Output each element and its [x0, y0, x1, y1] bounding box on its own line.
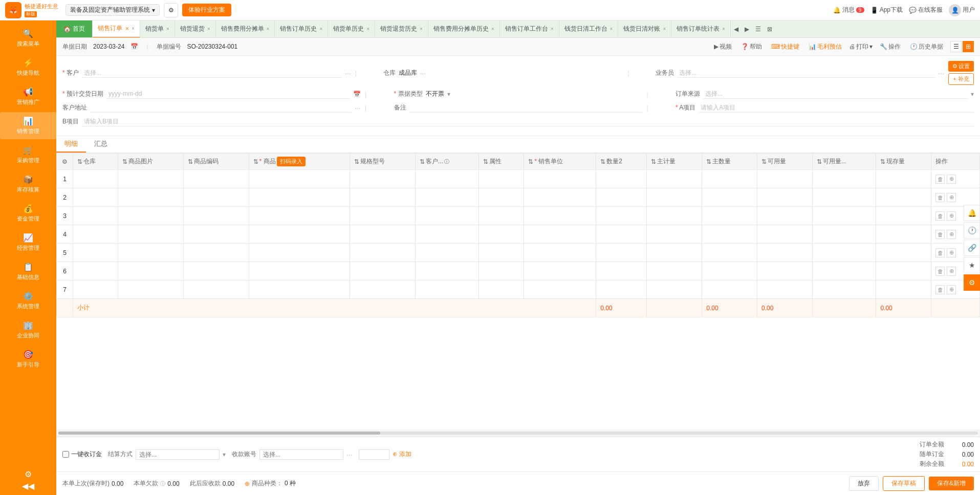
cell-available-qty-2[interactable]: [757, 188, 813, 207]
discard-button[interactable]: 放弃: [849, 476, 879, 491]
cell-available-more-1[interactable]: [812, 170, 876, 188]
shortcuts-button[interactable]: ⌨ 快捷键: [769, 41, 801, 52]
view-video-button[interactable]: ▶ 视频: [712, 41, 734, 52]
sidebar-item-guide[interactable]: 🎯 新手引导: [0, 346, 56, 373]
cell-product-code-1[interactable]: [183, 170, 249, 188]
address-more-icon[interactable]: ···: [355, 104, 361, 112]
cell-attribute-1[interactable]: [479, 170, 524, 188]
add-deposit-button[interactable]: ⊕ 添加: [393, 450, 411, 459]
help-button[interactable]: ❓ 帮助: [739, 41, 764, 52]
history-button[interactable]: 🕐 历史单据: [908, 41, 945, 52]
deposit-amount-input[interactable]: 0.00: [359, 449, 389, 460]
goods-count-icon[interactable]: ⊕: [245, 480, 250, 487]
tab-close-sales-stats[interactable]: ×: [722, 26, 725, 32]
sidebar-item-inventory[interactable]: 📦 库存核算: [0, 170, 56, 198]
th-gear[interactable]: ⚙: [57, 154, 73, 170]
row-copy-6[interactable]: ⊕: [947, 267, 956, 276]
float-star-button[interactable]: ★: [964, 257, 980, 273]
float-bell-button[interactable]: 🔔: [964, 205, 980, 221]
calendar-icon[interactable]: 📅: [130, 43, 138, 50]
row-copy-2[interactable]: ⊕: [947, 193, 956, 202]
add-column-button[interactable]: + 补充: [948, 73, 974, 85]
b-project-input[interactable]: [82, 117, 974, 126]
tab-credit-daily-clear[interactable]: 钱货日清工作台 ×: [559, 20, 619, 38]
tab-sales-order[interactable]: 销售订单 × ×: [93, 20, 140, 38]
tab-close-credit-reconcile[interactable]: ×: [663, 26, 666, 32]
print-button[interactable]: 🖨 打印 ▾: [849, 42, 873, 51]
customer-input[interactable]: [82, 68, 342, 78]
ticket-type-arrow-icon[interactable]: ▾: [447, 91, 450, 98]
sidebar-collapse-icon[interactable]: ◀◀: [22, 481, 34, 491]
tab-sales-refund-history[interactable]: 销货退货历史 ×: [375, 20, 428, 38]
tab-sales-fee-split[interactable]: 销售费用分摊单 ×: [216, 20, 275, 38]
remark-input[interactable]: [409, 103, 643, 113]
cell-product-image-2[interactable]: [118, 188, 183, 207]
tab-sales-refund[interactable]: 销货退货 ×: [175, 20, 216, 38]
tab-detail[interactable]: 明细: [56, 136, 86, 153]
operations-button[interactable]: 🔧 操作: [878, 41, 903, 52]
delivery-date-input[interactable]: [106, 89, 350, 99]
float-clock-button[interactable]: 🕐: [964, 222, 980, 239]
tab-sales-stats[interactable]: 销售订单统计表 ×: [671, 20, 731, 38]
tab-close-all-button[interactable]: ⊠: [764, 20, 775, 38]
sidebar-item-marketing[interactable]: 📢 营销推广: [0, 83, 56, 110]
tab-close-workbench[interactable]: ×: [551, 26, 554, 32]
sidebar-item-enterprise[interactable]: 🏢 企业协同: [0, 316, 56, 343]
tab-close-sales-invoice[interactable]: ×: [166, 26, 169, 32]
a-project-input[interactable]: [699, 103, 974, 113]
row-delete-1[interactable]: 🗑: [935, 175, 945, 184]
scan-entry-button[interactable]: 扫码录入: [277, 157, 306, 166]
cell-current-qty-2[interactable]: [876, 188, 931, 207]
row-copy-4[interactable]: ⊕: [947, 230, 956, 239]
cell-quantity2-2[interactable]: [596, 188, 647, 207]
row-delete-2[interactable]: 🗑: [935, 193, 945, 202]
cell-quantity2-1[interactable]: [596, 170, 647, 188]
settings-orange-button[interactable]: ⚙ 设置: [948, 61, 974, 72]
cell-sales-unit-2[interactable]: [524, 188, 596, 207]
row-copy-3[interactable]: ⊕: [947, 211, 956, 221]
cell-spec-1[interactable]: [350, 170, 416, 188]
solution-button[interactable]: 体验行业方案: [182, 4, 231, 16]
messages-button[interactable]: 🔔 消息 9: [833, 6, 864, 14]
cell-warehouse-1[interactable]: [73, 170, 118, 188]
payment-method-select[interactable]: [136, 449, 220, 460]
row-delete-4[interactable]: 🗑: [935, 230, 945, 239]
cell-main-unit-1[interactable]: [647, 170, 702, 188]
row-delete-5[interactable]: 🗑: [935, 248, 945, 257]
tab-close-fee-split[interactable]: ×: [267, 26, 270, 32]
tab-home[interactable]: 🏠 首页: [56, 20, 93, 38]
row-copy-1[interactable]: ⊕: [947, 175, 956, 184]
user-menu[interactable]: 👤 用户: [949, 4, 975, 16]
grid-layout-button[interactable]: ⊞: [963, 41, 974, 52]
online-support-button[interactable]: 💬 在线客服: [909, 6, 943, 14]
save-draft-button[interactable]: 保存草稿: [883, 476, 925, 491]
sidebar-item-system[interactable]: ⚙️ 系统管理: [0, 287, 56, 314]
tab-close-sales-refund[interactable]: ×: [207, 26, 210, 32]
profit-forecast-button[interactable]: 📊 毛利预估: [807, 41, 844, 52]
row-delete-7[interactable]: 🗑: [935, 285, 945, 294]
sidebar-item-operations[interactable]: 📈 经营管理: [0, 229, 56, 256]
tab-sales-invoice-history[interactable]: 销货单历史 ×: [328, 20, 375, 38]
tab-sales-order-history[interactable]: 销售订单历史 ×: [275, 20, 328, 38]
float-link-button[interactable]: 🔗: [964, 240, 980, 256]
cell-sales-unit-1[interactable]: [524, 170, 596, 188]
sidebar-item-finance[interactable]: 💰 资金管理: [0, 200, 56, 227]
cell-current-qty-1[interactable]: [876, 170, 931, 188]
cell-customer-code-2[interactable]: [415, 188, 478, 207]
staff-more-icon[interactable]: ···: [938, 69, 944, 77]
tab-next-button[interactable]: ▶: [742, 20, 752, 38]
cell-main-qty-2[interactable]: [702, 188, 757, 207]
customer-more-icon[interactable]: ···: [345, 69, 351, 77]
address-input[interactable]: [90, 103, 352, 113]
system-selector[interactable]: 装备及固定资产辅助管理系统 ▾: [66, 4, 160, 16]
account-select[interactable]: [259, 449, 343, 460]
sidebar-item-purchase[interactable]: 🛒 采购管理: [0, 141, 56, 168]
tab-close-order-history[interactable]: ×: [319, 26, 322, 32]
tab-close-refund-history[interactable]: ×: [420, 26, 423, 32]
tab-close-sales-order[interactable]: ×: [132, 26, 135, 31]
cell-customer-code-1[interactable]: [415, 170, 478, 188]
warehouse-more-icon[interactable]: ···: [420, 69, 426, 77]
staff-input[interactable]: [677, 68, 935, 78]
cell-warehouse-3[interactable]: [73, 207, 118, 225]
order-source-input[interactable]: [703, 89, 968, 99]
